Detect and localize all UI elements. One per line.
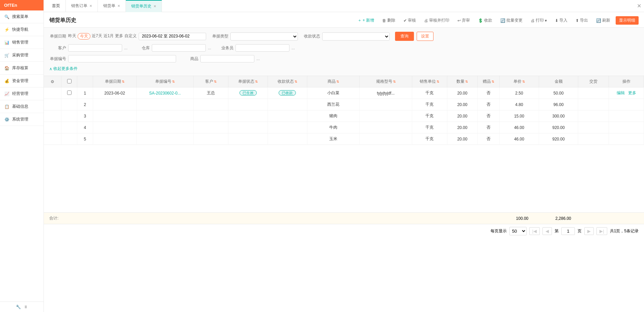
row1-orderno-link[interactable]: SA-20230602-0... [149, 91, 181, 96]
query-button[interactable]: 查询 [395, 32, 414, 41]
row1-orderno[interactable]: SA-20230602-0... [137, 87, 194, 99]
col-paystatus-header[interactable]: 收款状态⇅ [268, 76, 307, 87]
approve-button[interactable]: ✔ 审核 [401, 16, 419, 25]
col-docstatus-header[interactable]: 单据状态⇅ [228, 76, 268, 87]
table-row: 3 猪肉 千克 20.00 否 15.00 300.00 [44, 110, 644, 122]
batch-change-button[interactable]: 🔄 批量变更 [498, 16, 525, 25]
tab-sales-order[interactable]: 销售订单 ✕ [66, 0, 98, 12]
shortcut-7days[interactable]: 近7天 [92, 33, 102, 40]
col-gift-header[interactable]: 赠品⇅ [478, 76, 500, 87]
abandon-button[interactable]: ↩ 弃审 [455, 16, 473, 25]
customer-suffix-icon[interactable]: ... [124, 46, 128, 50]
sidebar-item-inventory[interactable]: 🏠 库存核算 [0, 62, 44, 75]
shortcut-1month[interactable]: 近1月 [104, 33, 114, 40]
tab-home-label: 首页 [52, 3, 60, 9]
approve-print-button[interactable]: 🖨 审核并打印 [421, 16, 452, 25]
row1-price: 2.50 [500, 87, 539, 99]
col-goods-header[interactable]: 商品⇅ [307, 76, 360, 87]
filter-salesperson-input[interactable] [235, 44, 289, 52]
sidebar-item-finance[interactable]: 💰 资金管理 [0, 75, 44, 87]
pagination-page-input[interactable] [561, 227, 575, 235]
import-button[interactable]: ⬇ 导入 [552, 16, 570, 25]
row1-edit-link[interactable]: 编辑 [617, 90, 625, 95]
tab-sales-delivery[interactable]: 销货单 ✕ [98, 0, 126, 12]
collapse-button[interactable]: ∧ 收起更多条件 [49, 66, 639, 72]
shortcut-custom[interactable]: 自定义 [124, 33, 137, 40]
shortcut-yesterday[interactable]: 昨天 [68, 33, 76, 40]
row5-qty: 20.00 [447, 133, 478, 145]
page-size-select[interactable]: 50 100 200 [509, 227, 527, 235]
print-label: 打印 [536, 18, 544, 23]
salesperson-suffix-icon[interactable]: ... [291, 46, 295, 50]
sidebar-item-system[interactable]: ⚙️ 系统管理 [0, 113, 44, 126]
print-button[interactable]: 🖨 打印 ▾ [528, 16, 550, 25]
export-button[interactable]: ⬆ 导出 [573, 16, 591, 25]
sidebar-item-basicinfo[interactable]: 📋 基础信息 [0, 100, 44, 113]
filter-goods-input[interactable] [200, 55, 254, 62]
filter-customer-item: 客户 ... [49, 44, 128, 52]
pagination-first-button[interactable]: |◀ [529, 227, 540, 235]
sidebar-item-label: 基础信息 [12, 104, 28, 109]
row1-unit: 千克 [412, 87, 447, 99]
row2-action [609, 99, 644, 110]
pagination-last-button[interactable]: ▶| [596, 227, 607, 235]
tab-home[interactable]: 首页 [47, 0, 66, 12]
filter-paystatus-select[interactable] [322, 32, 390, 41]
col-spec-header[interactable]: 规格型号⇅ [360, 76, 412, 87]
row4-price: 46.00 [500, 122, 539, 133]
row1-checkbox[interactable] [67, 90, 72, 95]
table-row: 4 牛肉 千克 20.00 否 46.00 920.00 [44, 122, 644, 133]
row2-goods: 西兰花 [307, 99, 360, 110]
warehouse-suffix-icon[interactable]: ... [208, 46, 211, 50]
date-range-input[interactable] [139, 33, 206, 40]
tab-bar-close[interactable]: ✕ [637, 3, 641, 9]
filter-area: 单据日期 昨天 今天 近7天 近1月 更多 自定义 单据类型 [44, 28, 644, 76]
delete-button[interactable]: 🗑 删除 [380, 16, 398, 25]
sidebar-collapse-icon[interactable]: ⏸ [24, 305, 28, 309]
tab-sales-order-close[interactable]: ✕ [89, 4, 92, 8]
row3-check [61, 110, 77, 122]
col-unit-header[interactable]: 销售单位⇅ [412, 76, 447, 87]
col-settings-header[interactable]: ⚙ [44, 76, 61, 87]
sidebar-item-quicknav[interactable]: ⚡ 快捷导航 [0, 23, 44, 36]
tab-sales-history[interactable]: 销货单历史 ✕ [126, 0, 162, 12]
tab-sales-history-close[interactable]: ✕ [153, 4, 156, 8]
col-price-header[interactable]: 单价⇅ [500, 76, 539, 87]
row1-more-link[interactable]: 更多 [628, 90, 636, 95]
tab-sales-delivery-close[interactable]: ✕ [117, 4, 120, 8]
shortcut-more[interactable]: 更多 [115, 33, 123, 40]
summary-total-qty: 100.00 [516, 216, 529, 221]
settings-icon[interactable]: ⚙ [51, 79, 54, 84]
goods-suffix-icon[interactable]: ... [256, 56, 260, 61]
collect-button[interactable]: 💲 收款 [475, 16, 495, 25]
col-orderno-header[interactable]: 单据编号⇅ [137, 76, 194, 87]
sidebar-item-search[interactable]: 🔍 搜索菜单 [0, 10, 44, 23]
filter-paystatus-item: 收款状态 [303, 32, 390, 41]
row4-amount: 920.00 [539, 122, 578, 133]
pagination-page-label: 第 [555, 228, 559, 234]
filter-customer-input[interactable] [68, 44, 122, 52]
col-qty-header[interactable]: 数量⇅ [447, 76, 478, 87]
abandon-icon: ↩ [457, 18, 461, 23]
col-action-label: 操作 [622, 79, 631, 84]
filter-doctype-select[interactable] [230, 32, 298, 41]
col-customer-header[interactable]: 客户⇅ [193, 76, 228, 87]
col-date-header[interactable]: 单据日期⇅ [93, 76, 137, 87]
sidebar-settings-icon[interactable]: 🔧 [16, 305, 21, 309]
filter-warehouse-input[interactable] [152, 44, 206, 52]
sidebar-item-purchase[interactable]: 🛒 采购管理 [0, 49, 44, 62]
shortcut-today[interactable]: 今天 [78, 33, 90, 40]
new-button[interactable]: ＋ + 新增 [355, 16, 377, 25]
show-detail-button[interactable]: 显示明细 [616, 16, 639, 25]
select-all-checkbox[interactable] [67, 79, 72, 83]
row3-spec [360, 110, 412, 122]
pagination-next-button[interactable]: ▶ [584, 227, 594, 235]
settings-button[interactable]: 设置 [417, 32, 433, 41]
sidebar-item-sales[interactable]: 📊 销售管理 [0, 36, 44, 49]
sidebar-item-operation[interactable]: 📈 经营管理 [0, 87, 44, 100]
pagination-prev-button[interactable]: ◀ [542, 227, 552, 235]
refresh-button[interactable]: 🔃 刷新 [593, 16, 613, 25]
filter-docno-input[interactable] [68, 55, 176, 62]
row5-no: 5 [77, 133, 93, 145]
sidebar-bottom: 🔧 ⏸ [0, 302, 44, 312]
